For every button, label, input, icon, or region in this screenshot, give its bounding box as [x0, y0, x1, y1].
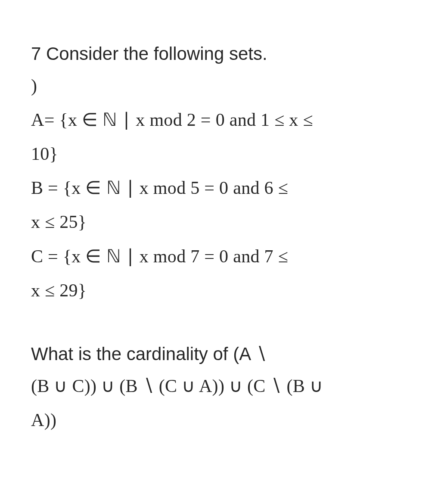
problem-number: 7	[31, 44, 41, 64]
problem-page: 7 Consider the following sets. ) A= {x ∈…	[0, 0, 441, 457]
intro-text: Consider the following sets.	[46, 44, 267, 64]
spacer	[31, 311, 410, 323]
set-a-definition-line2: 10}	[31, 140, 410, 168]
set-c-definition-line2: x ≤ 29}	[31, 277, 410, 305]
stray-paren: )	[31, 72, 410, 100]
question-line1: What is the cardinality of (A ∖	[31, 340, 410, 368]
question-line2: (B ∪ C)) ∪ (B ∖ (C ∪ A)) ∪ (C ∖ (B ∪	[31, 372, 410, 400]
set-b-definition-line1: B = {x ∈ ℕ ∣ x mod 5 = 0 and 6 ≤	[31, 174, 410, 202]
set-a-definition-line1: A= {x ∈ ℕ ∣ x mod 2 = 0 and 1 ≤ x ≤	[31, 106, 410, 134]
problem-intro: 7 Consider the following sets.	[31, 40, 410, 68]
question-line3: A))	[31, 406, 410, 434]
set-b-definition-line2: x ≤ 25}	[31, 208, 410, 236]
set-c-definition-line1: C = {x ∈ ℕ ∣ x mod 7 = 0 and 7 ≤	[31, 243, 410, 271]
